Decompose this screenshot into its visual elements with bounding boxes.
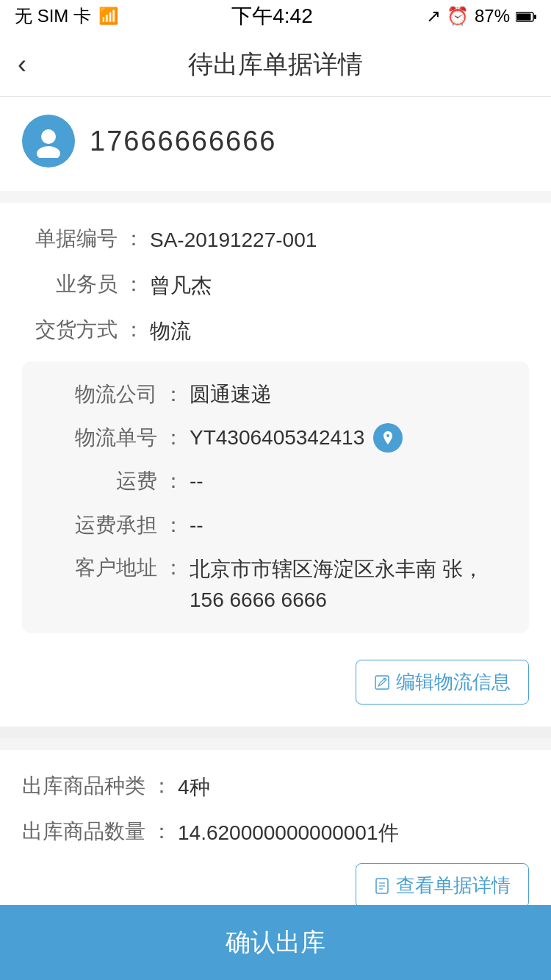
edit-icon xyxy=(374,674,390,691)
carrier-label: 无 SIM 卡 xyxy=(15,4,91,28)
battery-icon xyxy=(516,6,536,26)
status-bar: 无 SIM 卡 📶 下午4:42 ↗ ⏰ 87% xyxy=(0,0,551,32)
goods-section: 出库商品种类 ： 4种 出库商品数量 ： 14.620000000000001件… xyxy=(0,750,551,930)
back-button[interactable]: ‹ xyxy=(18,49,26,80)
order-number-label: 单据编号 xyxy=(22,225,118,253)
location-status-icon: ↗ xyxy=(426,6,441,26)
delivery-label: 交货方式 xyxy=(22,316,118,344)
page-title: 待出库单据详情 xyxy=(188,48,363,82)
document-icon xyxy=(374,878,390,894)
staff-value: 曾凡杰 xyxy=(150,270,529,301)
logistics-card: 物流公司 ： 圆通速递 物流单号 ： YT4306405342413 运费 ： … xyxy=(22,361,529,633)
freight-value: -- xyxy=(190,466,511,497)
address-value: 北京市市辖区海淀区永丰南 张，156 6666 6666 xyxy=(190,554,511,616)
svg-point-4 xyxy=(37,146,60,158)
user-phone: 17666666666 xyxy=(90,126,276,157)
freight-bearer-value: -- xyxy=(190,510,511,541)
tracking-location-button[interactable] xyxy=(373,423,403,453)
edit-logistics-button[interactable]: 编辑物流信息 xyxy=(356,660,529,705)
tracking-value: YT4306405342413 xyxy=(190,426,364,450)
staff-row: 业务员 ： 曾凡杰 xyxy=(22,270,529,301)
freight-row: 运费 ： -- xyxy=(40,466,511,497)
logistics-company-row: 物流公司 ： 圆通速递 xyxy=(40,379,511,410)
edit-logistics-label: 编辑物流信息 xyxy=(396,669,511,695)
staff-label: 业务员 xyxy=(22,270,118,298)
section-divider xyxy=(0,727,551,738)
goods-type-value: 4种 xyxy=(178,772,529,803)
dashed-divider xyxy=(0,185,551,191)
nav-bar: ‹ 待出库单据详情 xyxy=(0,32,551,97)
confirm-button[interactable]: 确认出库 xyxy=(0,905,551,980)
address-row: 客户地址 ： 北京市市辖区海淀区永丰南 张，156 6666 6666 xyxy=(40,554,511,616)
logistics-company-label: 物流公司 xyxy=(40,381,157,408)
view-detail-button[interactable]: 查看单据详情 xyxy=(356,863,529,908)
user-header: 17666666666 xyxy=(0,97,551,185)
view-detail-label: 查看单据详情 xyxy=(396,873,511,898)
order-info-section: 单据编号 ： SA-20191227-001 业务员 ： 曾凡杰 交货方式 ： … xyxy=(0,203,551,727)
goods-quantity-value: 14.620000000000001件 xyxy=(178,818,529,849)
tracking-row: 物流单号 ： YT4306405342413 xyxy=(40,423,511,453)
wifi-icon: 📶 xyxy=(98,7,118,26)
time-label: 下午4:42 xyxy=(231,2,313,30)
battery-label: 87% xyxy=(475,6,510,26)
goods-quantity-row: 出库商品数量 ： 14.620000000000001件 xyxy=(22,818,529,849)
delivery-row: 交货方式 ： 物流 xyxy=(22,316,529,347)
status-bar-left: 无 SIM 卡 📶 xyxy=(15,4,118,28)
edit-btn-row: 编辑物流信息 xyxy=(22,648,529,705)
person-icon xyxy=(32,124,65,158)
svg-rect-1 xyxy=(517,14,531,21)
status-bar-right: ↗ ⏰ 87% xyxy=(426,6,536,26)
delivery-value: 物流 xyxy=(150,316,529,347)
svg-rect-2 xyxy=(534,15,536,19)
detail-btn-row: 查看单据详情 xyxy=(22,863,529,908)
logistics-company-value: 圆通速递 xyxy=(190,379,511,410)
goods-type-row: 出库商品种类 ： 4种 xyxy=(22,772,529,803)
freight-bearer-row: 运费承担 ： -- xyxy=(40,510,511,541)
user-avatar xyxy=(22,115,75,167)
goods-type-label: 出库商品种类 xyxy=(22,772,145,800)
svg-point-3 xyxy=(41,129,56,144)
confirm-button-label: 确认出库 xyxy=(226,926,325,959)
order-number-row: 单据编号 ： SA-20191227-001 xyxy=(22,225,529,256)
order-number-value: SA-20191227-001 xyxy=(150,225,529,256)
freight-label: 运费 xyxy=(40,467,157,495)
goods-quantity-label: 出库商品数量 xyxy=(22,818,145,846)
freight-bearer-label: 运费承担 xyxy=(40,511,157,539)
address-label: 客户地址 xyxy=(40,554,157,582)
tracking-label: 物流单号 xyxy=(40,424,157,452)
alarm-icon: ⏰ xyxy=(447,6,469,26)
